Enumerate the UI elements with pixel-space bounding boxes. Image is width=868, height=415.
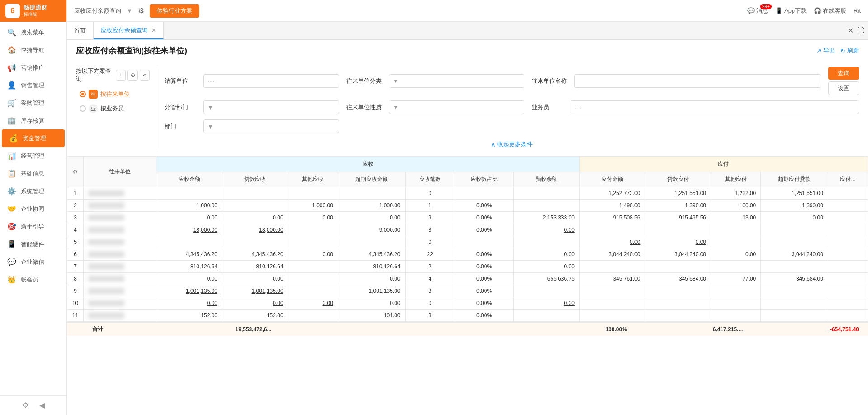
collapse-more-button[interactable]: ∧ 收起更多条件 <box>165 138 859 150</box>
ar-amount-cell[interactable]: 152.00 <box>156 310 222 322</box>
collapse-scheme-button[interactable]: « <box>140 70 150 81</box>
sidebar-label-purchase: 采购管理 <box>21 99 44 107</box>
sidebar-item-member[interactable]: 👑 畅会员 <box>0 271 66 288</box>
salesperson-input[interactable]: ··· <box>571 100 859 114</box>
ar-loan-cell[interactable]: 152.00 <box>222 310 288 322</box>
query-button[interactable]: 查询 <box>828 67 859 80</box>
sidebar-item-marketing[interactable]: 📢 营销推广 <box>0 59 66 76</box>
tab-close-all-icon[interactable]: ✕ <box>848 26 854 35</box>
message-button[interactable]: 💬 消息 99+ <box>747 7 768 15</box>
sidebar-item-guide[interactable]: 🎯 新手引导 <box>0 218 66 235</box>
col-settings-header[interactable]: ⚙ <box>67 157 84 187</box>
ap-amount-cell[interactable]: 0.00 <box>579 236 645 248</box>
ar-prepay-cell[interactable]: 0.00 <box>514 248 580 261</box>
ar-amount-cell[interactable]: 0.00 <box>156 212 222 224</box>
ar-loan-cell[interactable]: 0.00 <box>222 212 288 224</box>
ar-amount-cell[interactable]: 1,000.00 <box>156 200 222 212</box>
sidebar-item-sales[interactable]: 👤 销售管理 <box>0 76 66 94</box>
breadcrumb-dropdown-icon[interactable]: ▼ <box>127 7 132 14</box>
ar-loan-cell[interactable]: 0.00 <box>222 297 288 310</box>
add-scheme-button[interactable]: + <box>116 70 126 81</box>
ar-amount-cell[interactable]: 4,345,436.20 <box>156 248 222 261</box>
ar-loan-cell[interactable]: 1,001,135.00 <box>222 285 288 297</box>
settings-icon[interactable]: ⚙ <box>138 6 144 15</box>
ar-other-cell[interactable]: 0.00 <box>288 212 338 224</box>
edit-scheme-button[interactable]: ⊙ <box>127 70 137 81</box>
sidebar-item-corp[interactable]: 🤝 企业协同 <box>0 200 66 218</box>
ap-loan-cell[interactable]: 1,251,551.00 <box>645 187 711 200</box>
ap-other-cell[interactable]: 77.00 <box>711 273 761 285</box>
ap-amount-cell[interactable]: 345,761.00 <box>579 273 645 285</box>
table-settings-gear-icon[interactable]: ⚙ <box>73 169 78 175</box>
ap-amount-cell[interactable]: 1,252,773.00 <box>579 187 645 200</box>
ap-other-cell[interactable]: 13.00 <box>711 212 761 224</box>
sidebar-item-inventory[interactable]: 🏢 库存核算 <box>0 112 66 129</box>
department-input[interactable]: ▼ <box>203 119 339 133</box>
tab-expand-icon[interactable]: ⛶ <box>857 27 864 35</box>
ar-other-cell[interactable]: 0.00 <box>288 248 338 261</box>
sidebar-item-finance[interactable]: 💰 资金管理 <box>2 129 65 147</box>
tab-arquery[interactable]: 应收应付余额查询 ✕ <box>94 22 164 39</box>
query-option-by-unit[interactable]: 往 按往来单位 <box>76 87 150 101</box>
export-button[interactable]: ↗ 导出 <box>816 47 835 55</box>
ar-prepay-cell[interactable]: 655,636.75 <box>514 273 580 285</box>
ar-prepay-cell <box>514 236 580 248</box>
ar-amount-cell[interactable]: 18,000.00 <box>156 224 222 236</box>
ar-prepay-cell[interactable]: 2,153,333.00 <box>514 212 580 224</box>
ap-amount-cell[interactable]: 915,508.56 <box>579 212 645 224</box>
unit-name-input[interactable] <box>574 74 821 88</box>
settings-search-button[interactable]: 设置 <box>828 81 859 95</box>
ar-loan-cell[interactable]: 4,345,436.20 <box>222 248 288 261</box>
sidebar-item-quicknav[interactable]: 🏠 快捷导航 <box>0 41 66 59</box>
ar-prepay-cell[interactable]: 0.00 <box>514 224 580 236</box>
sidebar-label-basic: 基础信息 <box>21 170 44 178</box>
sidebar-item-basic[interactable]: 📋 基础信息 <box>0 165 66 182</box>
online-service-button[interactable]: 🎧 在线客服 <box>814 7 846 15</box>
query-scheme-panel: 按以下方案查询 + ⊙ « 往 按往来单位 <box>76 67 157 150</box>
dept-input[interactable]: ▼ <box>203 100 339 114</box>
ar-amount-cell[interactable]: 0.00 <box>156 273 222 285</box>
ar-loan-cell[interactable]: 810,126.64 <box>222 261 288 273</box>
collapse-sidebar-icon[interactable]: ◀ <box>38 399 47 411</box>
sidebar-item-hardware[interactable]: 📱 智能硬件 <box>0 235 66 253</box>
ar-amount-cell[interactable]: 1,001,135.00 <box>156 285 222 297</box>
sidebar-item-system[interactable]: ⚙️ 系统管理 <box>0 182 66 200</box>
ap-loan-cell[interactable]: 915,495.56 <box>645 212 711 224</box>
ap-loan-cell[interactable]: 0.00 <box>645 236 711 248</box>
ar-loan-cell[interactable]: 0.00 <box>222 273 288 285</box>
ar-amount-cell[interactable]: 0.00 <box>156 297 222 310</box>
settings-footer-icon[interactable]: ⚙ <box>20 399 30 411</box>
sidebar-footer: ⚙ ◀ <box>0 395 66 415</box>
settlement-unit-input[interactable]: ··· <box>203 74 339 88</box>
ap-loan-cell[interactable]: 345,684.00 <box>645 273 711 285</box>
tab-close-icon[interactable]: ✕ <box>151 27 156 33</box>
table-row: 5XXXXXXXX00.000.00 <box>67 236 868 248</box>
sidebar-item-wechat[interactable]: 💬 企业微信 <box>0 253 66 271</box>
ap-more-cell <box>828 200 868 212</box>
ar-prepay-cell[interactable]: 0.00 <box>514 261 580 273</box>
sidebar-nav: 🔍 搜索菜单 🏠 快捷导航 📢 营销推广 👤 销售管理 🛒 采购管理 🏢 <box>0 22 66 395</box>
ap-loan-cell[interactable]: 3,044,240.00 <box>645 248 711 261</box>
query-option-by-staff[interactable]: 业 按业务员 <box>76 101 150 116</box>
ap-amount-cell[interactable]: 3,044,240.00 <box>579 248 645 261</box>
unit-nature-input[interactable]: ▼ <box>389 100 524 114</box>
ap-loan-cell[interactable]: 1,390.00 <box>645 200 711 212</box>
solution-button[interactable]: 体验行业方案 <box>150 4 199 18</box>
ar-loan-cell[interactable]: 18,000.00 <box>222 224 288 236</box>
ar-other-cell[interactable]: 1,000.00 <box>288 200 338 212</box>
ap-other-cell[interactable]: 0.00 <box>711 248 761 261</box>
app-download-button[interactable]: 📱 App下载 <box>775 7 807 15</box>
sidebar-item-purchase[interactable]: 🛒 采购管理 <box>0 94 66 112</box>
ap-other-cell[interactable]: 100.00 <box>711 200 761 212</box>
ap-other-cell[interactable]: 1,222.00 <box>711 187 761 200</box>
ap-amount-cell[interactable]: 1,490.00 <box>579 200 645 212</box>
ar-other-cell[interactable]: 0.00 <box>288 297 338 310</box>
ar-prepay-cell[interactable]: 0.00 <box>514 297 580 310</box>
tab-home[interactable]: 首页 <box>67 22 94 39</box>
unit-category-input[interactable]: ▼ <box>389 74 524 88</box>
refresh-button[interactable]: ↻ 刷新 <box>840 47 859 55</box>
ar-ratio-cell: 0.00% <box>455 224 513 236</box>
sidebar-item-search[interactable]: 🔍 搜索菜单 <box>0 24 66 41</box>
sidebar-item-operations[interactable]: 📊 经营管理 <box>0 147 66 165</box>
ar-amount-cell[interactable]: 810,126.64 <box>156 261 222 273</box>
